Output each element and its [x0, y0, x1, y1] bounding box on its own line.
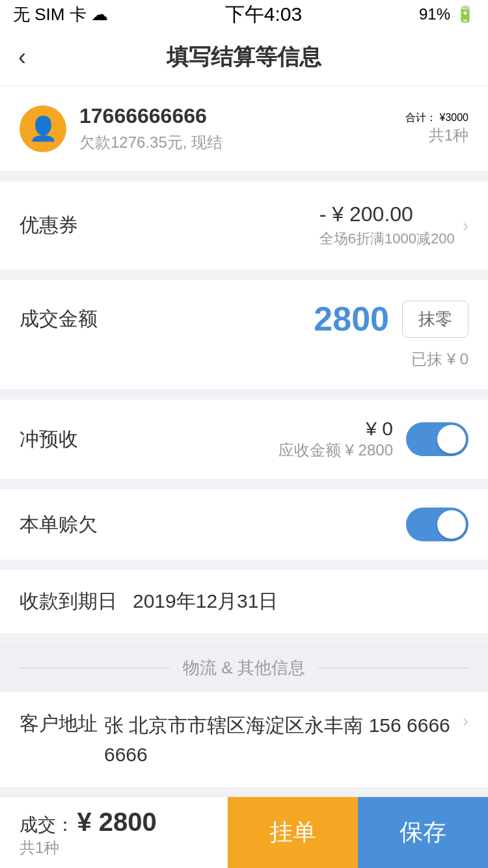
debit-toggle[interactable]: [406, 508, 468, 541]
customer-card: 👤 17666666666 欠款1276.35元, 现结 合计： ¥3000 共…: [0, 86, 488, 171]
back-button[interactable]: ‹: [18, 44, 26, 71]
bottom-count: 共1种: [20, 837, 208, 858]
signal-text: 无 SIM 卡 ☁: [13, 3, 108, 26]
address-value: 张 北京市市辖区海淀区永丰南 156 6666 6666: [104, 711, 463, 769]
battery-icon: 🔋: [455, 5, 475, 23]
prepaid-toggle[interactable]: [406, 422, 468, 456]
status-time: 下午4:03: [225, 1, 302, 28]
coupon-row[interactable]: 优惠券 - ¥ 200.00 全场6折满1000减200 ›: [0, 182, 488, 269]
save-button[interactable]: 保存: [358, 797, 488, 869]
date-section: 收款到期日 2019年12月31日: [0, 570, 488, 633]
customer-left: 👤 17666666666 欠款1276.35元, 现结: [20, 104, 223, 153]
address-chevron-icon: ›: [463, 711, 468, 731]
prepaid-right: ¥ 0 应收金额 ¥ 2800: [278, 418, 468, 461]
amount-row: 成交金额 2800 抹零: [20, 299, 468, 338]
logistics-divider: 物流 & 其他信息: [0, 644, 488, 692]
prepaid-amount-block: ¥ 0 应收金额 ¥ 2800: [278, 418, 393, 461]
prepaid-value: ¥ 0: [278, 418, 393, 440]
coupon-section: 优惠券 - ¥ 200.00 全场6折满1000减200 ›: [0, 182, 488, 269]
amount-sub: 已抹 ¥ 0: [20, 349, 468, 370]
pending-button[interactable]: 挂单: [228, 797, 358, 869]
status-right: 91% 🔋: [419, 5, 475, 23]
divider-line-left: [20, 668, 170, 668]
coupon-discount: - ¥ 200.00: [319, 202, 455, 226]
page-title: 填写结算等信息: [167, 42, 321, 72]
logistics-label: 物流 & 其他信息: [183, 657, 305, 679]
battery-text: 91%: [419, 5, 450, 23]
address-label: 客户地址: [20, 711, 104, 737]
bottom-bar: 成交： ¥ 2800 共1种 挂单 保存: [0, 796, 488, 868]
avatar-icon: 👤: [29, 115, 58, 142]
total-label-text: 合计：: [405, 112, 437, 123]
nav-bar: ‹ 填写结算等信息: [0, 29, 488, 86]
round-button[interactable]: 抹零: [402, 301, 468, 338]
amount-right: 2800 抹零: [314, 299, 468, 338]
customer-info: 17666666666 欠款1276.35元, 现结: [79, 104, 223, 153]
debit-section: 本单赊欠: [0, 489, 488, 560]
prepaid-receivable: 应收金额 ¥ 2800: [278, 440, 393, 461]
total-count: 共1种: [405, 125, 468, 146]
status-left: 无 SIM 卡 ☁: [13, 3, 108, 26]
customer-right: 合计： ¥3000 共1种: [405, 111, 468, 146]
bottom-deal-row: 成交： ¥ 2800: [20, 807, 208, 837]
amount-section: 成交金额 2800 抹零 已抹 ¥ 0: [0, 280, 488, 389]
chevron-right-icon: ›: [463, 215, 468, 236]
address-section[interactable]: 客户地址 张 北京市市辖区海淀区永丰南 156 6666 6666 ›: [0, 692, 488, 787]
prepaid-label: 冲预收: [20, 426, 78, 453]
coupon-label: 优惠券: [20, 212, 78, 239]
bottom-summary: 成交： ¥ 2800 共1种: [0, 807, 228, 858]
due-date-value: 2019年12月31日: [133, 588, 278, 615]
prepaid-section: 冲预收 ¥ 0 应收金额 ¥ 2800: [0, 400, 488, 479]
status-bar: 无 SIM 卡 ☁ 下午4:03 91% 🔋: [0, 0, 488, 29]
total-amount: ¥3000: [440, 112, 469, 123]
amount-value: 2800: [314, 299, 389, 338]
debit-label: 本单赊欠: [20, 511, 98, 538]
customer-phone: 17666666666: [79, 104, 223, 128]
content-area: 👤 17666666666 欠款1276.35元, 现结 合计： ¥3000 共…: [0, 86, 488, 868]
bottom-deal-label: 成交：: [20, 815, 74, 835]
amount-label: 成交金额: [20, 306, 98, 332]
bottom-deal-amount: ¥ 2800: [77, 807, 156, 836]
divider-line-right: [318, 668, 468, 668]
total-label: 合计： ¥3000: [405, 111, 468, 125]
due-date-label: 收款到期日: [20, 588, 117, 615]
customer-debt: 欠款1276.35元, 现结: [79, 132, 223, 153]
prepaid-row: 冲预收 ¥ 0 应收金额 ¥ 2800: [0, 400, 488, 479]
coupon-detail: 全场6折满1000减200: [319, 229, 455, 249]
coupon-value-block: - ¥ 200.00 全场6折满1000减200: [319, 202, 455, 249]
coupon-right: - ¥ 200.00 全场6折满1000减200 ›: [319, 202, 468, 249]
avatar: 👤: [20, 105, 66, 152]
